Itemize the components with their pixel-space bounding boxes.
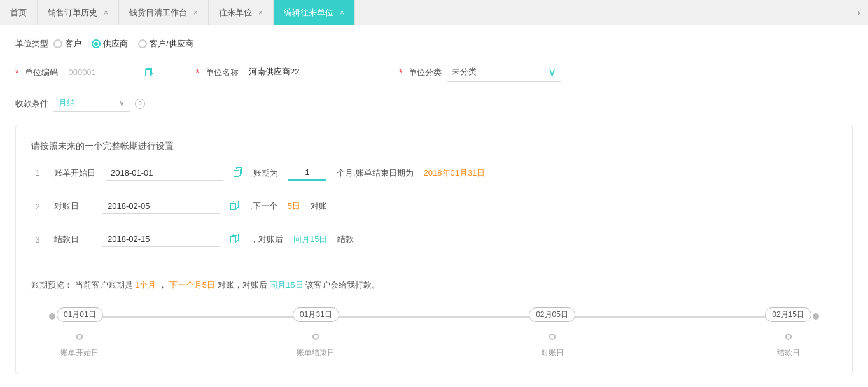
tab-partner-close[interactable]: × — [258, 8, 263, 17]
preview-section: 账期预览： 当前客户账期是 1个月 ， 下一个月5日 对账，对账后 同月15日 … — [31, 265, 837, 358]
row-num-1: 1 — [31, 168, 44, 178]
timeline-points: 01月01日 账单开始日 01月31日 账单结束日 02月05日 对账日 — [57, 307, 811, 358]
setting-row-1: 1 账单开始日 🗍 账期为 个月,账单结束日期为 2018年01月31日 — [31, 165, 837, 181]
radio-customer[interactable]: 客户 — [53, 38, 81, 50]
timeline-point-3: 02月15日 结款日 — [765, 307, 811, 358]
unit-type-label: 单位类型 — [15, 38, 48, 50]
preview-text: 账期预览： 当前客户账期是 1个月 ， 下一个月5日 对账，对账后 同月15日 … — [31, 278, 837, 292]
row-desc-prefix-1: 账期为 — [253, 167, 278, 179]
row-cal-2[interactable]: 🗍 — [230, 201, 240, 212]
unit-classify-label: 单位分类 — [409, 67, 442, 78]
timeline-dot-3 — [785, 334, 792, 340]
unit-type-row: 单位类型 客户 供应商 客户/供应商 — [15, 38, 853, 50]
unit-code-icon[interactable]: 🗍 — [144, 67, 155, 78]
unit-code-star: * — [15, 67, 18, 78]
radio-customer-supplier[interactable]: 客户/供应商 — [138, 38, 193, 50]
tab-partner[interactable]: 往来单位 × — [209, 0, 274, 25]
unit-classify-arrow-icon: ∨ — [548, 65, 556, 79]
unit-code-label: 单位编码 — [25, 67, 58, 78]
timeline-label-1: 账单结束日 — [297, 348, 335, 358]
tabs-bar: 首页 销售订单历史 × 钱货日清工作台 × 往来单位 × 编辑往来单位 × › — [0, 0, 868, 25]
payment-condition-value: 月结 — [59, 97, 116, 109]
tab-home[interactable]: 首页 — [0, 0, 38, 25]
timeline-left-endpoint — [49, 313, 55, 320]
tab-sales-history-close[interactable]: × — [104, 8, 108, 17]
preview-highlight3: 同月15日 — [269, 280, 303, 290]
timeline-label-2: 对账日 — [541, 348, 564, 358]
help-icon[interactable]: ? — [135, 99, 145, 109]
payment-condition-select[interactable]: 月结 ∨ — [53, 95, 130, 112]
unit-name-input[interactable] — [244, 65, 358, 80]
preview-highlight1: 1个月 — [135, 280, 156, 290]
timeline-dot-0 — [76, 334, 83, 340]
unit-classify-star: * — [399, 67, 402, 78]
preview-highlight2: 下一个月5日 — [169, 280, 215, 290]
row-desc-prefix-2: ,下一个 — [250, 201, 277, 212]
preview-text-after: 该客户会给我打款。 — [305, 280, 380, 290]
tab-home-label: 首页 — [10, 7, 27, 18]
timeline-point-1: 01月31日 账单结束日 — [293, 307, 339, 358]
tab-cash-work-close[interactable]: × — [193, 8, 198, 17]
tab-partner-label: 往来单位 — [219, 7, 252, 18]
row-date-3[interactable] — [102, 232, 220, 247]
unit-name-field: * 单位名称 — [195, 65, 358, 80]
unit-classify-select[interactable]: 未分类 ∨ — [447, 62, 561, 82]
radio-supplier-dot — [94, 42, 98, 46]
tab-sales-history[interactable]: 销售订单历史 × — [38, 0, 119, 25]
radio-supplier-circle — [92, 39, 101, 48]
radio-group-unit-type: 客户 供应商 客户/供应商 — [53, 38, 193, 50]
unit-code-input[interactable] — [63, 65, 139, 80]
tab-edit-partner[interactable]: 编辑往来单位 × — [274, 0, 355, 25]
preview-label: 账期预览： — [31, 280, 73, 290]
unit-info-row: * 单位编码 🗍 * 单位名称 * 单位分类 未分类 ∨ — [15, 62, 853, 82]
row-month-input[interactable] — [288, 165, 326, 181]
row-desc-suffix-3: 结款 — [337, 234, 354, 245]
row-label-1: 账单开始日 — [54, 167, 95, 179]
row-cal-3[interactable]: 🗍 — [230, 234, 240, 245]
row-num-3: 3 — [31, 235, 44, 244]
preview-text-before1: 当前客户账期是 — [75, 280, 133, 290]
tab-arrow-right[interactable]: › — [850, 7, 868, 18]
setting-row-2: 2 对账日 🗍 ,下一个 5日 对账 — [31, 199, 837, 214]
radio-supplier-label: 供应商 — [103, 38, 128, 50]
timeline-label-3: 结款日 — [777, 348, 800, 358]
row-desc-prefix-3: ，对账后 — [250, 234, 283, 245]
row-end-date-1: 2018年01月31日 — [424, 167, 486, 179]
row-highlight-2: 5日 — [288, 201, 300, 212]
main-content: 单位类型 客户 供应商 客户/供应商 * 单位编码 — [0, 25, 868, 387]
tab-cash-work-label: 钱货日清工作台 — [129, 7, 187, 18]
row-cal-1[interactable]: 🗍 — [233, 167, 243, 179]
card-title: 请按照未来的一个完整帐期进行设置 — [31, 141, 837, 152]
unit-type-field: 单位类型 客户 供应商 客户/供应商 — [15, 38, 193, 50]
unit-classify-value: 未分类 — [452, 66, 545, 78]
unit-code-field: * 单位编码 🗍 — [15, 65, 155, 80]
preview-text-middle1: ， — [158, 280, 167, 290]
payment-condition-field: 收款条件 月结 ∨ ? — [15, 95, 145, 112]
timeline-point-0: 01月01日 账单开始日 — [57, 307, 103, 358]
payment-condition-label: 收款条件 — [15, 98, 48, 109]
preview-text-middle2: 对账，对账后 — [218, 280, 267, 290]
tab-cash-work[interactable]: 钱货日清工作台 × — [119, 0, 209, 25]
radio-customer-supplier-label: 客户/供应商 — [150, 38, 193, 50]
tab-edit-partner-close[interactable]: × — [340, 8, 344, 17]
timeline-point-2: 02月05日 对账日 — [529, 307, 575, 358]
radio-customer-supplier-circle — [138, 39, 147, 48]
timeline-date-0: 01月01日 — [57, 307, 103, 322]
tab-edit-partner-label: 编辑往来单位 — [284, 7, 333, 18]
row-desc-suffix-2: 对账 — [311, 201, 327, 212]
timeline-date-1: 01月31日 — [293, 307, 339, 322]
card-section: 请按照未来的一个完整帐期进行设置 1 账单开始日 🗍 账期为 个月,账单结束日期… — [15, 125, 853, 374]
payment-condition-row: 收款条件 月结 ∨ ? — [15, 95, 853, 112]
radio-customer-label: 客户 — [65, 38, 81, 50]
radio-supplier[interactable]: 供应商 — [92, 38, 128, 50]
payment-condition-arrow-icon: ∨ — [119, 99, 125, 108]
row-date-1[interactable] — [106, 165, 223, 181]
row-label-3: 结款日 — [54, 234, 92, 245]
row-date-2[interactable] — [102, 199, 220, 214]
row-label-2: 对账日 — [54, 201, 92, 212]
timeline-container: 01月01日 账单开始日 01月31日 账单结束日 02月05日 对账日 — [31, 307, 837, 358]
row-desc-suffix-1: 个月,账单结束日期为 — [337, 167, 414, 179]
timeline-date-3: 02月15日 — [765, 307, 811, 322]
timeline-label-0: 账单开始日 — [60, 348, 99, 358]
row-highlight-3: 同月15日 — [293, 234, 327, 245]
